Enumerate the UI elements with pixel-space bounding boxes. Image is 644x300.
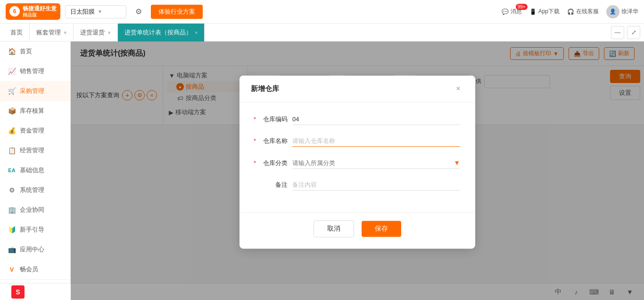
s-logo-icon: S bbox=[11, 285, 25, 299]
form-label-name: 仓库名称 bbox=[255, 137, 292, 145]
basic-info-icon: EA bbox=[8, 166, 16, 175]
logo: 6 畅捷通好生意 精品版 bbox=[6, 3, 60, 19]
tab-purchase-return-close[interactable]: × bbox=[107, 30, 110, 35]
cancel-button[interactable]: 取消 bbox=[314, 220, 354, 237]
form-label-code: 仓库编码 bbox=[255, 115, 292, 124]
modal-footer: 取消 保存 bbox=[239, 212, 475, 249]
form-row-category: 仓库分类 ▼ bbox=[255, 157, 460, 169]
bottom-logo: S bbox=[11, 285, 25, 299]
tab-purchase-stats-close[interactable]: × bbox=[195, 30, 198, 35]
inventory-icon: 📦 bbox=[8, 107, 16, 115]
modal-body: 仓库编码 仓库名称 仓库分类 ▼ bbox=[239, 102, 475, 212]
app-download-button[interactable]: 📱 App下载 bbox=[529, 8, 560, 16]
messages-button[interactable]: 💬 消息 99+ bbox=[502, 8, 522, 16]
logo-text: 畅捷通好生意 精品版 bbox=[23, 5, 57, 17]
tab-home[interactable]: 首页 bbox=[4, 24, 30, 42]
service-icon: 🎧 bbox=[567, 8, 574, 15]
sidebar: 🏠 首页 📈 销售管理 🛒 采购管理 📦 库存核算 💰 资金管理 📋 经营管理 … bbox=[0, 42, 71, 300]
tab-bar: 首页 账套管理 × 进货退货 × 进货单统计表（按商品） × — ⤢ bbox=[0, 24, 644, 42]
modal-close-button[interactable]: × bbox=[453, 83, 464, 94]
messages-badge: 99+ bbox=[516, 4, 528, 10]
main-layout: 🏠 首页 📈 销售管理 🛒 采购管理 📦 库存核算 💰 资金管理 📋 经营管理 … bbox=[0, 42, 644, 300]
tab-accounts-close[interactable]: × bbox=[64, 30, 66, 35]
app-icon: 📱 bbox=[529, 8, 537, 15]
top-header: 6 畅捷通好生意 精品版 日太阳膜 ▼ ⚙ 体验行业方案 💬 消息 99+ 📱 … bbox=[0, 0, 644, 24]
newbie-icon: 🔰 bbox=[8, 225, 16, 234]
category-dropdown-icon: ▼ bbox=[454, 159, 460, 167]
tab-purchase-return[interactable]: 进货退货 × bbox=[74, 24, 117, 42]
tab-purchase-stats[interactable]: 进货单统计表（按商品） × bbox=[118, 24, 205, 42]
modal-header: 新增仓库 × bbox=[239, 75, 475, 102]
content-area: 进货单统计(按商品) 🖨 按模板打印 ▼ 📤 导出 🔄 刷新 bbox=[71, 42, 644, 300]
tab-accounts[interactable]: 账套管理 × bbox=[30, 24, 74, 42]
modal-title: 新增仓库 bbox=[251, 84, 279, 93]
app-center-icon: 📺 bbox=[8, 245, 16, 254]
sidebar-item-finance[interactable]: 💰 资金管理 bbox=[0, 121, 70, 141]
store-selector[interactable]: 日太阳膜 ▼ bbox=[65, 5, 126, 18]
form-label-remark: 备注 bbox=[255, 181, 292, 189]
home-icon: 🏠 bbox=[8, 47, 16, 56]
form-row-remark: 备注 bbox=[255, 179, 460, 191]
sidebar-item-operations[interactable]: 📋 经营管理 bbox=[0, 141, 70, 160]
system-icon: ⚙ bbox=[8, 186, 16, 194]
user-avatar: 👤 bbox=[606, 5, 619, 18]
sidebar-item-home[interactable]: 🏠 首页 bbox=[0, 42, 70, 61]
sidebar-item-sales[interactable]: 📈 销售管理 bbox=[0, 61, 70, 81]
add-warehouse-modal: 新增仓库 × 仓库编码 仓库名称 仓库分类 bbox=[239, 75, 475, 249]
header-right: 💬 消息 99+ 📱 App下载 🎧 在线客服 👤 徐泽华 bbox=[502, 5, 638, 18]
finance-icon: 💰 bbox=[8, 126, 16, 135]
operations-icon: 📋 bbox=[8, 146, 16, 155]
message-icon: 💬 bbox=[502, 8, 509, 15]
tab-minimize[interactable]: — bbox=[611, 26, 624, 39]
online-service-button[interactable]: 🎧 在线客服 bbox=[567, 8, 599, 16]
tab-maximize[interactable]: ⤢ bbox=[627, 26, 640, 39]
purchase-icon: 🛒 bbox=[8, 87, 16, 95]
sidebar-item-newbie[interactable]: 🔰 新手引导 bbox=[0, 220, 70, 240]
warehouse-category-input[interactable] bbox=[292, 159, 454, 167]
store-selector-arrow: ▼ bbox=[98, 9, 102, 14]
save-button[interactable]: 保存 bbox=[362, 221, 401, 237]
sidebar-item-enterprise[interactable]: 🏢 企业协同 bbox=[0, 200, 70, 220]
sidebar-item-system[interactable]: ⚙ 系统管理 bbox=[0, 180, 70, 200]
tab-actions: — ⤢ bbox=[611, 26, 640, 39]
form-row-code: 仓库编码 bbox=[255, 114, 460, 125]
trial-button[interactable]: 体验行业方案 bbox=[151, 5, 203, 19]
warehouse-code-input[interactable] bbox=[292, 114, 460, 125]
sidebar-item-basic-info[interactable]: EA 基础信息 bbox=[0, 160, 70, 180]
form-row-name: 仓库名称 bbox=[255, 135, 460, 147]
enterprise-icon: 🏢 bbox=[8, 206, 16, 214]
warehouse-category-select[interactable]: ▼ bbox=[292, 157, 460, 169]
sidebar-item-inventory[interactable]: 📦 库存核算 bbox=[0, 101, 70, 121]
settings-icon[interactable]: ⚙ bbox=[131, 4, 146, 19]
warehouse-name-input[interactable] bbox=[292, 135, 460, 147]
user-profile[interactable]: 👤 徐泽华 bbox=[606, 5, 638, 18]
form-label-category: 仓库分类 bbox=[255, 159, 292, 167]
sales-icon: 📈 bbox=[8, 67, 16, 75]
sidebar-item-membership[interactable]: V 畅会员 bbox=[0, 259, 70, 279]
logo-icon: 6 bbox=[9, 6, 20, 17]
membership-icon: V bbox=[8, 265, 16, 274]
sidebar-item-app-center[interactable]: 📺 应用中心 bbox=[0, 240, 70, 259]
sidebar-item-purchase[interactable]: 🛒 采购管理 bbox=[0, 81, 70, 101]
warehouse-remark-input[interactable] bbox=[292, 179, 460, 191]
